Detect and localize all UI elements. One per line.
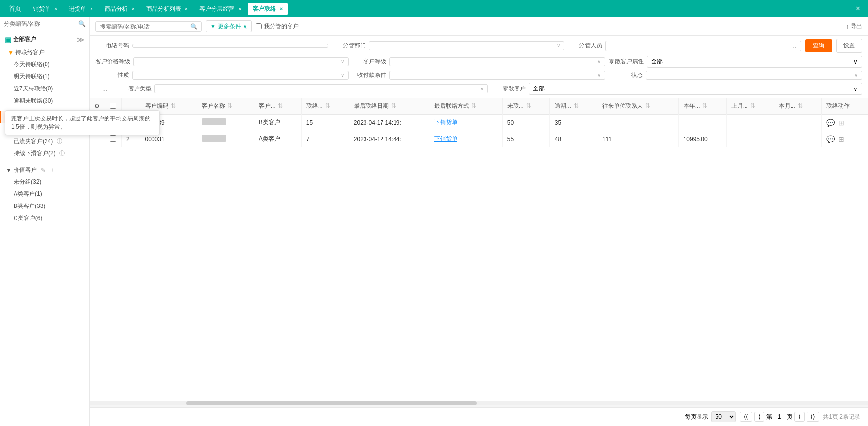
sidebar-item-class-b[interactable]: B类客户(33): [0, 200, 89, 212]
more-conditions-btn[interactable]: ▼ 更多条件 ∧: [206, 20, 252, 32]
export-btn[interactable]: ↑ 导出: [846, 22, 862, 30]
row-2-contact-count: 7: [301, 131, 349, 147]
nav-home[interactable]: 首页: [4, 2, 26, 15]
contact-count-header[interactable]: 联络... ⇅: [301, 98, 349, 115]
sort-icon-code: ⇅: [171, 103, 176, 109]
window-close-btn[interactable]: ×: [852, 4, 864, 13]
customer-type-header[interactable]: 客户... ⇅: [254, 98, 301, 115]
nav-product-analysis[interactable]: 商品分析 ×: [100, 3, 139, 15]
edit-icon[interactable]: ✎: [41, 167, 46, 174]
per-page-select[interactable]: 50 20 100: [711, 411, 736, 422]
row-2-name: [197, 131, 254, 147]
sort-icon-curmonth: ⇅: [798, 103, 803, 109]
current-year-header[interactable]: 本年... ⇅: [678, 98, 726, 115]
main-search-input[interactable]: [100, 23, 188, 30]
add-icon[interactable]: ＋: [49, 166, 55, 174]
sidebar-search-input[interactable]: [4, 20, 76, 27]
unit-contacts-header[interactable]: 往来单位联系人 ⇅: [597, 98, 678, 115]
sidebar-item-tomorrow[interactable]: 明天待联络(1): [0, 71, 89, 83]
nav-customer-contact[interactable]: 客户联络 ×: [248, 3, 288, 15]
nav-purchase[interactable]: 进货单 ×: [64, 3, 98, 15]
sidebar-item-overdue[interactable]: 逾期未联络(30): [0, 95, 89, 107]
current-month-header[interactable]: 本月... ⇅: [774, 98, 821, 115]
sidebar-item-class-c[interactable]: C类客户(6): [0, 212, 89, 224]
sort-icon-unit: ⇅: [645, 103, 650, 109]
row-2-chat-icon[interactable]: 💬: [826, 135, 835, 143]
sidebar-collapse-icon[interactable]: ≫: [77, 36, 84, 44]
table-header-row: ⚙ 客户编码 ⇅ 客户名称 ⇅ 客户... ⇅: [90, 98, 868, 115]
row-2-method[interactable]: 下销货单: [429, 131, 502, 147]
next-page-btn[interactable]: ⟩: [794, 412, 805, 422]
filter-bar: 🔍 ▼ 更多条件 ∧ 我分管的客户 ↑ 导出: [90, 17, 868, 36]
main-search-icon[interactable]: 🔍: [190, 23, 198, 30]
sidebar-item-churned[interactable]: 已流失客户(24) ⓘ: [0, 135, 89, 147]
customer-type-select[interactable]: ∨: [154, 84, 488, 93]
manager-input[interactable]: …: [605, 41, 801, 51]
sort-icon-method: ⇅: [472, 103, 476, 109]
page-label-2: 页: [787, 413, 792, 421]
row-2-grid-icon[interactable]: ⊞: [838, 135, 844, 143]
last-page-btn[interactable]: ⟩⟩: [807, 412, 819, 422]
retail-attr-select[interactable]: 全部 ∨: [647, 56, 862, 68]
payment-select[interactable]: ∨: [389, 71, 606, 80]
customer-level-select[interactable]: ∨: [389, 57, 606, 66]
search-bar: 🔍: [95, 21, 202, 32]
overdue-header[interactable]: 逾期... ⇅: [549, 98, 597, 115]
chevron-down-icon-5: ∨: [341, 73, 344, 78]
phone-input[interactable]: [132, 44, 328, 48]
more-icon[interactable]: …: [791, 43, 797, 49]
row-2-select[interactable]: [110, 135, 116, 142]
nav-sales[interactable]: 销货单 ×: [28, 3, 62, 15]
query-btn[interactable]: 查询: [805, 39, 832, 52]
last-contact-method-header[interactable]: 最后联络方式 ⇅: [429, 98, 502, 115]
sidebar-search-icon[interactable]: 🔍: [78, 20, 86, 27]
customer-name-header[interactable]: 客户名称 ⇅: [197, 98, 254, 115]
dept-select[interactable]: ∨: [369, 41, 565, 50]
sidebar-item-ungrouped[interactable]: 未分组(32): [0, 176, 89, 188]
info-icon-3[interactable]: ⓘ: [59, 150, 65, 157]
row-1-type: B类客户: [254, 115, 301, 131]
price-level-select[interactable]: ∨: [133, 57, 349, 66]
row-1-chat-icon[interactable]: 💬: [826, 119, 835, 127]
nav-product-list[interactable]: 商品分析列表 ×: [141, 3, 193, 15]
row-1-grid-icon[interactable]: ⊞: [838, 119, 844, 127]
sort-icon-name: ⇅: [228, 103, 232, 109]
nav-customer-segment[interactable]: 客户分层经营 ×: [195, 3, 246, 15]
row-2-name-blur: [202, 135, 226, 142]
sidebar-group-pending[interactable]: ▼ 待联络客户: [0, 46, 89, 59]
last-contact-date-header[interactable]: 最后联络日期 ⇅: [349, 98, 429, 115]
scroll-thumb[interactable]: [186, 401, 477, 405]
sidebar-item-declining[interactable]: 持续下滑客户(2) ⓘ: [0, 147, 89, 160]
current-page-input[interactable]: 1: [774, 412, 785, 421]
sidebar-item-7days[interactable]: 近7天待联络(0): [0, 83, 89, 95]
sidebar-all-customers[interactable]: ▣ 全部客户 ≫: [0, 32, 89, 46]
prev-page-btn[interactable]: ⟨: [754, 412, 764, 422]
row-2-last-month: [726, 131, 774, 147]
filter-phone: 电话号码: [95, 42, 328, 50]
retail-customer-select[interactable]: 全部 ∨: [529, 83, 862, 95]
setting-btn[interactable]: 设置: [836, 39, 862, 53]
customer-table: ⚙ 客户编码 ⇅ 客户名称 ⇅ 客户... ⇅: [90, 98, 868, 147]
last-month-header[interactable]: 上月... ⇅: [726, 98, 774, 115]
nature-select[interactable]: ∨: [132, 71, 349, 80]
table-row: 2 000031 A类客户 7 2023-04-12 14:44: 下销货单 5…: [90, 131, 868, 147]
select-all-checkbox[interactable]: [110, 103, 116, 109]
sidebar-item-class-a[interactable]: A类客户(1): [0, 188, 89, 200]
my-customers-checkbox[interactable]: [256, 23, 262, 29]
first-page-btn[interactable]: ⟨⟨: [740, 412, 752, 422]
row-1-name-blur: [202, 118, 226, 125]
horizontal-scrollbar[interactable]: [90, 401, 868, 405]
row-2-current-month: [774, 131, 821, 147]
sidebar-value-group-title[interactable]: ▼ 价值客户 ✎ ＋: [0, 164, 89, 176]
row-1-method[interactable]: 下销货单: [429, 115, 502, 131]
row-2-unit-contacts: 111: [597, 131, 678, 147]
sidebar: 🔍 ▣ 全部客户 ≫ ▼ 待联络客户 今天待联络(0) 明天待联络(1) 近7天…: [0, 17, 90, 426]
filter-dept: 分管部门 ∨: [332, 41, 565, 50]
more-dots-icon[interactable]: ...: [99, 86, 110, 92]
status-select[interactable]: ∨: [646, 71, 862, 80]
form-filters: 电话号码 分管部门 ∨ 分管人员 …: [90, 36, 868, 98]
info-icon-2[interactable]: ⓘ: [57, 138, 62, 145]
contact-action-header: 联络动作: [821, 98, 868, 115]
unread-header[interactable]: 未联... ⇅: [502, 98, 549, 115]
sidebar-item-today[interactable]: 今天待联络(0): [0, 59, 89, 71]
